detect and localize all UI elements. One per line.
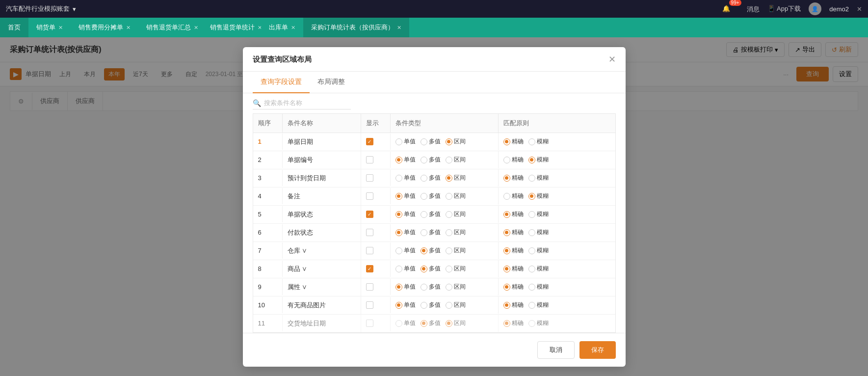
radio-single[interactable]: 单值 (395, 174, 416, 182)
radio-exact[interactable]: 精确 (503, 265, 524, 273)
radio-range[interactable]: 区间 (446, 246, 466, 255)
cell-display[interactable] (361, 134, 391, 150)
cell-display[interactable] (361, 242, 391, 259)
app-name: 汽车配件行业模拟账套 ▾ (6, 4, 76, 13)
match-rule-group: 精确 模糊 (503, 301, 549, 309)
tab-layout-adjust[interactable]: 布局调整 (310, 72, 353, 93)
display-checkbox[interactable] (366, 138, 373, 145)
radio-exact[interactable]: 精确 (503, 228, 524, 237)
display-checkbox[interactable] (366, 265, 373, 272)
radio-single[interactable]: 单值 (395, 210, 416, 218)
radio-fuzzy[interactable]: 模糊 (528, 301, 549, 309)
message-icon[interactable]: 🔔99+ 消息 (722, 4, 760, 13)
cell-cond-type: 单值 多值 区间 (391, 169, 499, 187)
radio-multi[interactable]: 多值 (421, 210, 441, 218)
radio-single[interactable]: 单值 (395, 228, 416, 237)
table-row: 7 仓库 ∨ 单值 多值 区间 精确 (253, 242, 615, 260)
display-checkbox[interactable] (366, 247, 373, 254)
radio-fuzzy[interactable]: 模糊 (528, 319, 549, 327)
radio-single[interactable]: 单值 (395, 319, 416, 327)
radio-single[interactable]: 单值 (395, 156, 416, 164)
radio-multi[interactable]: 多值 (421, 192, 441, 200)
close-icon[interactable]: ✕ (857, 5, 862, 13)
nav-sales-return[interactable]: 销售退货单汇总 ✕ (138, 18, 202, 37)
radio-range[interactable]: 区间 (446, 319, 466, 327)
cell-display[interactable] (361, 279, 391, 295)
radio-single[interactable]: 单值 (395, 265, 416, 273)
radio-fuzzy[interactable]: 模糊 (528, 265, 549, 273)
radio-multi[interactable]: 多值 (421, 301, 441, 309)
radio-exact[interactable]: 精确 (503, 246, 524, 255)
radio-multi[interactable]: 多值 (421, 283, 441, 291)
nav-tab5[interactable]: 出库单 ✕ (261, 18, 303, 37)
radio-range[interactable]: 区间 (446, 301, 466, 309)
display-checkbox[interactable] (366, 174, 373, 182)
app-download-icon[interactable]: 📱 App下载 (767, 4, 801, 13)
cell-display[interactable] (361, 152, 391, 168)
cell-display[interactable] (361, 188, 391, 204)
radio-single[interactable]: 单值 (395, 192, 416, 200)
radio-range[interactable]: 区间 (446, 265, 466, 273)
cell-match: 精确 模糊 (499, 206, 597, 223)
nav-sales-fee[interactable]: 销售费用分摊单 ✕ (71, 18, 138, 37)
cell-display[interactable] (361, 297, 391, 313)
cell-name: 有无商品图片 (283, 296, 361, 314)
cell-display[interactable] (361, 261, 391, 277)
radio-multi[interactable]: 多值 (421, 174, 441, 182)
radio-range[interactable]: 区间 (446, 156, 466, 164)
radio-fuzzy[interactable]: 模糊 (528, 228, 549, 237)
cell-display[interactable] (361, 224, 391, 241)
radio-single[interactable]: 单值 (395, 137, 416, 146)
radio-exact[interactable]: 精确 (503, 174, 524, 182)
display-checkbox[interactable] (366, 192, 373, 200)
radio-fuzzy[interactable]: 模糊 (528, 156, 549, 164)
radio-multi[interactable]: 多值 (421, 228, 441, 237)
cell-display[interactable] (361, 170, 391, 186)
radio-fuzzy[interactable]: 模糊 (528, 210, 549, 218)
nav-home[interactable]: 首页 (0, 18, 28, 37)
radio-multi[interactable]: 多值 (421, 156, 441, 164)
radio-multi[interactable]: 多值 (421, 265, 441, 273)
radio-range[interactable]: 区间 (446, 174, 466, 182)
radio-multi[interactable]: 多值 (421, 137, 441, 146)
display-checkbox[interactable] (366, 156, 373, 163)
radio-range[interactable]: 区间 (446, 192, 466, 200)
radio-multi[interactable]: 多值 (421, 319, 441, 327)
radio-single[interactable]: 单值 (395, 283, 416, 291)
nav-sales-order[interactable]: 销货单 ✕ (28, 18, 71, 37)
radio-fuzzy[interactable]: 模糊 (528, 174, 549, 182)
radio-exact[interactable]: 精确 (503, 319, 524, 327)
radio-single[interactable]: 单值 (395, 301, 416, 309)
radio-range[interactable]: 区间 (446, 228, 466, 237)
radio-exact[interactable]: 精确 (503, 301, 524, 309)
radio-fuzzy[interactable]: 模糊 (528, 137, 549, 146)
radio-fuzzy[interactable]: 模糊 (528, 283, 549, 291)
cell-display[interactable] (361, 315, 391, 331)
display-checkbox[interactable] (366, 320, 373, 327)
radio-exact[interactable]: 精确 (503, 192, 524, 200)
display-checkbox[interactable] (366, 301, 373, 309)
display-checkbox[interactable] (366, 211, 373, 218)
radio-exact[interactable]: 精确 (503, 283, 524, 291)
radio-range[interactable]: 区间 (446, 283, 466, 291)
radio-range[interactable]: 区间 (446, 210, 466, 218)
radio-single[interactable]: 单值 (395, 246, 416, 255)
radio-fuzzy[interactable]: 模糊 (528, 246, 549, 255)
save-button[interactable]: 保存 (579, 341, 616, 359)
radio-fuzzy[interactable]: 模糊 (528, 192, 549, 200)
display-checkbox[interactable] (366, 283, 373, 291)
nav-purchase-stats[interactable]: 采购订单统计表（按供应商）✕ (303, 18, 409, 37)
cell-display[interactable] (361, 206, 391, 222)
radio-exact[interactable]: 精确 (503, 210, 524, 218)
display-checkbox[interactable] (366, 229, 373, 236)
nav-tab4[interactable]: 销售退货单统计 ✕ (202, 18, 261, 37)
dialog-close-button[interactable]: ✕ (608, 55, 616, 64)
tab-field-settings[interactable]: 查询字段设置 (253, 72, 310, 93)
cancel-button[interactable]: 取消 (537, 341, 575, 359)
radio-multi[interactable]: 多值 (421, 246, 441, 255)
cond-type-group: 单值 多值 区间 (395, 283, 466, 291)
radio-exact[interactable]: 精确 (503, 137, 524, 146)
radio-range[interactable]: 区间 (446, 137, 466, 146)
radio-exact[interactable]: 精确 (503, 156, 524, 164)
search-input[interactable] (264, 99, 342, 107)
